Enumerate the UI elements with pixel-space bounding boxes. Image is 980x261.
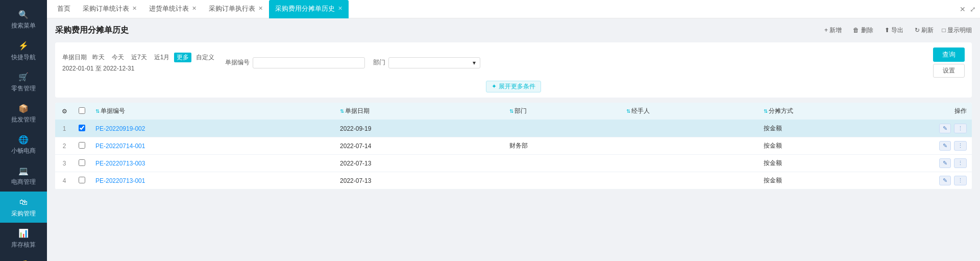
row-handler	[621, 120, 758, 137]
row-dept	[504, 120, 621, 137]
edit-btn[interactable]: ✎	[939, 176, 951, 185]
row-docno: PE-20220713-003	[90, 155, 335, 172]
docno-link[interactable]: PE-20220713-003	[95, 160, 145, 167]
row-actions: ✎ ⋮	[921, 137, 972, 155]
page-title: 采购费用分摊单历史	[55, 25, 129, 36]
docno-input[interactable]	[253, 57, 365, 68]
docno-link[interactable]: PE-20220919-002	[95, 125, 145, 132]
row-checkbox[interactable]	[79, 159, 85, 166]
tab-bar-actions: ✕ ⤢	[960, 5, 976, 13]
expand-filter-btn[interactable]: ✦ 展开更多条件	[486, 81, 541, 92]
table-row[interactable]: 4 PE-20220713-001 2022-07-13 按金额 ✎ ⋮	[55, 172, 972, 189]
edit-btn[interactable]: ✎	[939, 141, 951, 151]
col-checkbox[interactable]	[74, 103, 90, 120]
tab-close-cost-split[interactable]: ✕	[338, 5, 342, 12]
tab-inbound-summary[interactable]: 进货单统计表 ✕	[143, 0, 203, 18]
row-split-method: 按金额	[758, 155, 921, 172]
page-content: 采购费用分摊单历史 + 新增 🗑 删除 ⬆ 导出 ↻ 刷新 □ 显示明细 单据日…	[47, 18, 980, 261]
docno-link[interactable]: PE-20220714-001	[95, 143, 145, 150]
toolbar: + 新增 🗑 删除 ⬆ 导出 ↻ 刷新 □ 显示明细	[821, 25, 972, 36]
row-checkbox[interactable]	[79, 177, 85, 183]
sidebar-item-wholesale[interactable]: 📦 批发管理	[0, 98, 47, 129]
date-opt-7days[interactable]: 近7天	[129, 53, 150, 62]
table-row[interactable]: 2 PE-20220714-001 2022-07-14 财务部 按金额 ✎ ⋮	[55, 137, 972, 155]
more-btn[interactable]: ⋮	[954, 124, 967, 133]
sort-dept-icon[interactable]: ⇅	[509, 108, 513, 114]
edit-btn[interactable]: ✎	[939, 124, 951, 133]
tab-cost-split[interactable]: 采购费用分摊单历史 ✕	[269, 0, 349, 18]
date-range-display[interactable]: 2022-01-01 至 2022-12-31	[62, 64, 217, 73]
table-row[interactable]: 3 PE-20220713-003 2022-07-13 按金额 ✎ ⋮	[55, 155, 972, 172]
date-filter-label: 单据日期	[62, 53, 87, 62]
dept-select[interactable]: ▾	[388, 57, 480, 68]
date-opt-today[interactable]: 今天	[109, 53, 127, 62]
tab-home[interactable]: 首页	[51, 0, 77, 18]
row-date: 2022-07-14	[335, 137, 504, 155]
sort-date-icon[interactable]: ⇅	[340, 108, 344, 114]
search-icon: 🔍	[2, 9, 45, 20]
page-header: 采购费用分摊单历史 + 新增 🗑 删除 ⬆ 导出 ↻ 刷新 □ 显示明细	[55, 25, 972, 36]
edit-btn[interactable]: ✎	[939, 158, 951, 168]
date-opt-yesterday[interactable]: 昨天	[90, 53, 107, 62]
quicknav-icon: ⚡	[2, 40, 45, 52]
row-checkbox-cell[interactable]	[74, 155, 90, 172]
sort-split-icon[interactable]: ⇅	[764, 108, 768, 114]
refresh-button[interactable]: ↻ 刷新	[912, 25, 937, 36]
col-docno: ⇅单据编号	[90, 103, 335, 120]
sidebar-item-inventory[interactable]: 📊 库存核算	[0, 223, 47, 254]
row-docno: PE-20220919-002	[90, 120, 335, 137]
maximize-btn[interactable]: ⤢	[970, 5, 976, 13]
row-date: 2022-09-19	[335, 120, 504, 137]
sidebar-item-ecommerce-mini[interactable]: 🌐 小畅电商	[0, 129, 47, 160]
date-opt-more[interactable]: 更多	[174, 53, 191, 62]
row-checkbox[interactable]	[79, 142, 85, 149]
sidebar-item-quicknav[interactable]: ⚡ 快捷导航	[0, 35, 47, 66]
row-split-method: 按金额	[758, 137, 921, 155]
row-checkbox-cell[interactable]	[74, 120, 90, 137]
sidebar-item-purchase[interactable]: 🛍 采购管理	[0, 192, 47, 223]
date-opt-1month[interactable]: 近1月	[152, 53, 173, 62]
export-button[interactable]: ⬆ 导出	[881, 25, 906, 36]
more-btn[interactable]: ⋮	[954, 158, 967, 168]
sidebar-item-ecommerce[interactable]: 💻 电商管理	[0, 160, 47, 192]
date-opt-custom[interactable]: 自定义	[193, 53, 217, 62]
col-date: ⇅单据日期	[335, 103, 504, 120]
more-btn[interactable]: ⋮	[954, 176, 967, 185]
show-cols-checkbox[interactable]: □ 显示明细	[942, 26, 972, 35]
close-all-tabs-btn[interactable]: ✕	[960, 5, 966, 13]
dept-select-arrow: ▾	[473, 59, 476, 66]
data-table: ⚙ ⇅单据编号 ⇅单据日期 ⇅部门 ⇅经手人 ⇅分摊方式 操作 1 PE-202…	[55, 103, 972, 189]
query-button[interactable]: 查询	[933, 48, 965, 62]
row-num: 4	[55, 172, 74, 189]
table-header-row: ⚙ ⇅单据编号 ⇅单据日期 ⇅部门 ⇅经手人 ⇅分摊方式 操作	[55, 103, 972, 120]
row-handler	[621, 137, 758, 155]
row-num: 1	[55, 120, 74, 137]
tab-purchase-exec[interactable]: 采购订单执行表 ✕	[203, 0, 269, 18]
more-btn[interactable]: ⋮	[954, 141, 967, 151]
sort-docno-icon[interactable]: ⇅	[95, 108, 100, 114]
col-settings[interactable]: ⚙	[55, 103, 74, 120]
row-date: 2022-07-13	[335, 155, 504, 172]
filter-settings-button[interactable]: 设置	[933, 64, 965, 78]
row-docno: PE-20220713-001	[90, 172, 335, 189]
add-button[interactable]: + 新增	[821, 25, 845, 36]
row-checkbox-cell[interactable]	[74, 172, 90, 189]
tab-close-inbound-summary[interactable]: ✕	[192, 5, 197, 12]
tab-close-purchase-summary[interactable]: ✕	[132, 5, 137, 12]
sidebar-item-search[interactable]: 🔍 搜索菜单	[0, 4, 47, 35]
sidebar-item-finance[interactable]: 💰 资金管理	[0, 254, 47, 262]
tab-close-purchase-exec[interactable]: ✕	[258, 5, 263, 12]
row-checkbox[interactable]	[79, 125, 85, 131]
date-options: 昨天 今天 近7天 近1月 更多 自定义	[90, 53, 217, 62]
finance-icon: 💰	[2, 259, 45, 262]
row-checkbox-cell[interactable]	[74, 137, 90, 155]
row-date: 2022-07-13	[335, 172, 504, 189]
select-all-checkbox[interactable]	[79, 107, 85, 114]
table-row[interactable]: 1 PE-20220919-002 2022-09-19 按金额 ✎ ⋮	[55, 120, 972, 137]
sidebar-item-retail[interactable]: 🛒 零售管理	[0, 66, 47, 98]
delete-button[interactable]: 🗑 删除	[850, 25, 876, 36]
sort-handler-icon[interactable]: ⇅	[626, 108, 630, 114]
main-content: 首页 采购订单统计表 ✕ 进货单统计表 ✕ 采购订单执行表 ✕ 采购费用分摊单历…	[47, 0, 980, 261]
tab-purchase-summary[interactable]: 采购订单统计表 ✕	[77, 0, 143, 18]
docno-link[interactable]: PE-20220713-001	[95, 177, 145, 184]
